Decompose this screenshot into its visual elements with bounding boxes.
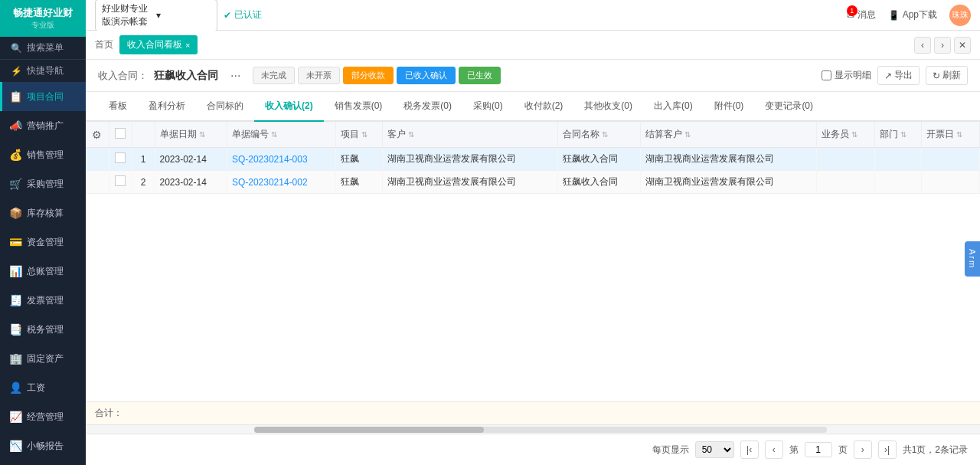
funds-icon: 💳 (8, 235, 22, 249)
row-2-checkbox[interactable] (115, 175, 126, 186)
row-settings-cell-2 (86, 171, 109, 194)
sidebar-item-marketing[interactable]: 📣 营销推广 (0, 111, 86, 140)
sidebar-item-report[interactable]: 📉 小畅报告 (0, 431, 86, 460)
row-checkbox-2[interactable] (109, 171, 132, 194)
page-next-btn[interactable]: › (854, 440, 872, 459)
sub-tab-kanban[interactable]: 看板 (98, 92, 138, 122)
sidebar-item-hr[interactable]: 👤 工资 (0, 373, 86, 402)
status-effective[interactable]: 已生效 (459, 67, 501, 84)
col-number: 单据编号⇅ (227, 122, 335, 148)
message-label: 消息 (858, 8, 876, 21)
sidebar-item-invoice[interactable]: 🧾 发票管理 (0, 286, 86, 315)
app-download-action[interactable]: 📱 App下载 (888, 8, 937, 21)
row-date-1: 2023-02-14 (155, 148, 227, 171)
sidebar-item-tax[interactable]: 📑 税务管理 (0, 315, 86, 344)
status-confirmed[interactable]: 已收入确认 (397, 67, 456, 84)
page-first-btn[interactable]: |‹ (740, 440, 759, 459)
show-detail-label: 显示明细 (822, 69, 871, 82)
sidebar-label-funds: 资金管理 (27, 236, 64, 249)
show-detail-checkbox[interactable] (822, 70, 831, 80)
sort-contract-name-icon[interactable]: ⇅ (602, 130, 608, 139)
scrollbar-thumb[interactable] (254, 427, 484, 433)
sub-tab-contract-subject[interactable]: 合同标的 (196, 92, 254, 122)
tab-close-icon[interactable]: × (185, 41, 190, 50)
user-avatar[interactable]: 珠珠 (949, 5, 971, 26)
download-icon: 📱 (888, 10, 900, 21)
sub-tab-profit[interactable]: 盈利分析 (138, 92, 196, 122)
table-wrapper[interactable]: ⚙ 单据日期⇅ 单据编号⇅ (86, 122, 980, 401)
status-unfinished[interactable]: 未完成 (253, 67, 295, 84)
sort-salesperson-icon[interactable]: ⇅ (851, 130, 858, 139)
app-logo: 畅捷通好业财 专业版 (0, 0, 86, 37)
sort-date-icon[interactable]: ⇅ (199, 130, 205, 139)
sidebar-item-project[interactable]: 📋 项目合同 (0, 82, 86, 111)
status-uninvoiced[interactable]: 未开票 (298, 67, 340, 84)
page-header: 收入合同： 狂飙收入合同 ··· 未完成 未开票 部分收款 已收入确认 已生效 … (86, 60, 980, 92)
sidebar-search[interactable]: 🔍 搜索菜单 (0, 37, 86, 60)
sort-dept-icon[interactable]: ⇅ (900, 130, 906, 139)
sidebar-label-tax: 税务管理 (27, 323, 64, 336)
select-all-checkbox[interactable] (115, 128, 126, 139)
sub-tab-changes[interactable]: 变更记录(0) (754, 92, 824, 122)
status-partial-payment[interactable]: 部分收款 (343, 67, 394, 84)
sub-tab-sales-invoice[interactable]: 销售发票(0) (324, 92, 394, 122)
sidebar-item-general[interactable]: 📊 总账管理 (0, 257, 86, 286)
sort-open-date-icon[interactable]: ⇅ (956, 130, 962, 139)
breadcrumb-home[interactable]: 首页 (95, 38, 113, 51)
sort-billing-icon[interactable]: ⇅ (684, 130, 691, 139)
sidebar-quick-nav[interactable]: ⚡ 快捷导航 (0, 60, 86, 82)
tab-income-contract[interactable]: 收入合同看板 × (119, 35, 198, 54)
fixed-icon: 🏢 (8, 352, 22, 365)
sidebar-item-purchase[interactable]: 🛒 采购管理 (0, 169, 86, 198)
company-selector[interactable]: 好业财专业版演示帐套 ▾ (95, 0, 217, 31)
sub-tab-income-confirm[interactable]: 收入确认(2) (254, 92, 324, 122)
sort-project-icon[interactable]: ⇅ (361, 130, 368, 139)
topbar-left: 好业财专业版演示帐套 ▾ ✔ 已认证 (95, 0, 262, 31)
row-salesperson-1 (816, 148, 874, 171)
export-btn[interactable]: ↗ 导出 (877, 66, 920, 85)
sidebar-item-basic[interactable]: ⚙️ 基础信息 (0, 460, 86, 465)
sub-tab-payment[interactable]: 收付款(2) (514, 92, 574, 122)
sub-tab-warehouse[interactable]: 出入库(0) (643, 92, 704, 122)
nav-close-btn[interactable]: ✕ (954, 37, 971, 54)
refresh-btn[interactable]: ↻ 刷新 (926, 66, 968, 85)
nav-prev-btn[interactable]: ‹ (914, 37, 931, 54)
row-1-checkbox[interactable] (115, 152, 126, 163)
page-input[interactable] (805, 442, 832, 457)
right-panel-toggle[interactable]: Arm (965, 241, 980, 277)
table-row[interactable]: 2 2023-02-14 SQ-20230214-002 狂飙 湖南卫视商业运营… (86, 171, 980, 194)
row-number-link-1[interactable]: SQ-20230214-003 (232, 154, 308, 165)
sub-tab-other[interactable]: 其他收支(0) (573, 92, 643, 122)
sub-tab-purchase[interactable]: 采购(0) (462, 92, 514, 122)
page-size-select[interactable]: 50 100 200 (695, 441, 734, 458)
more-actions-btn[interactable]: ··· (227, 69, 243, 83)
sidebar: 畅捷通好业财 专业版 🔍 搜索菜单 ⚡ 快捷导航 📋 项目合同 📣 营销推广 💰… (0, 0, 86, 465)
sub-tab-attachments[interactable]: 附件(0) (704, 92, 755, 122)
sidebar-item-funds[interactable]: 💳 资金管理 (0, 228, 86, 257)
sub-tab-tax-invoice[interactable]: 税务发票(0) (393, 92, 462, 122)
table-scrollbar[interactable] (86, 424, 980, 434)
marketing-icon: 📣 (8, 119, 22, 133)
sidebar-item-fixed[interactable]: 🏢 固定资产 (0, 344, 86, 373)
table-body: 1 2023-02-14 SQ-20230214-003 狂飙 湖南卫视商业运营… (86, 148, 980, 194)
sidebar-item-sales[interactable]: 💰 销售管理 (0, 140, 86, 169)
page-last-btn[interactable]: ›| (878, 440, 897, 459)
sidebar-item-inventory[interactable]: 📦 库存核算 (0, 198, 86, 228)
table-row[interactable]: 1 2023-02-14 SQ-20230214-003 狂飙 湖南卫视商业运营… (86, 148, 980, 171)
table-area: ⚙ 单据日期⇅ 单据编号⇅ (86, 122, 980, 465)
sidebar-label-hr: 工资 (27, 381, 45, 395)
sidebar-label-fixed: 固定资产 (27, 352, 64, 365)
row-checkbox-1[interactable] (109, 148, 132, 171)
message-action[interactable]: ✉ 1 消息 (847, 8, 876, 21)
table-footer: 合计： (86, 401, 980, 424)
sort-customer-icon[interactable]: ⇅ (408, 130, 414, 139)
sidebar-item-ops[interactable]: 📈 经营管理 (0, 402, 86, 431)
page-total-info: 共1页，2条记录 (903, 444, 968, 457)
settings-icon[interactable]: ⚙ (92, 129, 102, 141)
sort-number-icon[interactable]: ⇅ (271, 130, 277, 139)
row-number-1: SQ-20230214-003 (227, 148, 335, 171)
nav-next-btn[interactable]: › (934, 37, 951, 54)
col-salesperson: 业务员⇅ (816, 122, 874, 148)
row-number-link-2[interactable]: SQ-20230214-002 (232, 177, 308, 188)
page-prev-btn[interactable]: ‹ (765, 440, 783, 459)
